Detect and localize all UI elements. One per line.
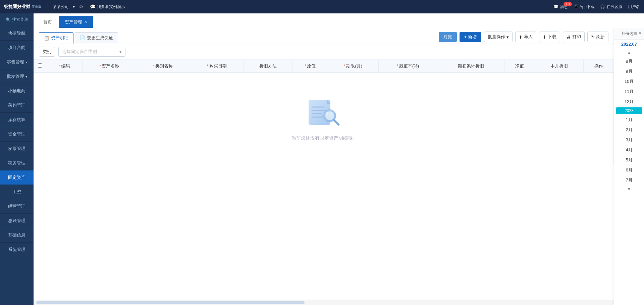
month-down-button[interactable]: ▼ — [614, 185, 644, 193]
voucher-icon: 📄 — [80, 35, 85, 40]
asset-page: 📋 资产明细 📄 变更生成凭证 对账 + 新增 批量操作 ▾ — [34, 28, 614, 305]
refresh-icon: ↻ — [591, 35, 595, 40]
sidebar-item-finance[interactable]: 资金管理 — [0, 127, 34, 142]
message-badge: 99+ — [564, 2, 572, 6]
horizontal-scrollbar[interactable] — [34, 300, 614, 305]
sidebar-item-tax[interactable]: 税务管理 — [0, 156, 34, 170]
topbar-right: 💬 消息 99+ 📱 App下载 🎧 在线客服 用户名 — [553, 4, 640, 10]
svg-line-7 — [334, 120, 339, 125]
table-area: *编码 *资产名称 *类别名称 *购买日期 折旧方法 *原值 *期限(月) *残… — [34, 60, 614, 300]
month-item-12[interactable]: 12月 — [614, 97, 644, 107]
message-icon: 💬 — [553, 4, 558, 9]
settings-icon[interactable]: ⚙ — [79, 4, 83, 9]
company-dropdown-icon[interactable]: ▼ — [72, 5, 76, 9]
sidebar-item-ledger[interactable]: 总账管理 — [0, 214, 34, 228]
download-button[interactable]: ⬇ 下载 — [539, 32, 560, 42]
add-button[interactable]: + 新增 — [460, 32, 481, 42]
month-picker-year[interactable]: 2022.07 — [614, 40, 644, 49]
month-item-2[interactable]: 2月 — [614, 125, 644, 135]
col-depreciation-method: 折旧方法 — [244, 60, 292, 73]
month-picker-panel: ✕ 月份选择 2022.07 ▲ 8月 9月 10月 11月 12月 2023 … — [614, 28, 644, 305]
message-button[interactable]: 💬 消息 99+ — [553, 4, 568, 10]
sidebar-item-quick-nav[interactable]: 快捷导航 — [0, 26, 34, 41]
month-picker-close-icon[interactable]: ✕ — [638, 30, 642, 36]
sidebar-item-operations[interactable]: 经营管理 — [0, 199, 34, 214]
batch-button[interactable]: 批量操作 ▾ — [484, 32, 513, 42]
sidebar: 🔍 搜索菜单 快捷导航 项目合同 零售管理 ▾ 批发管理 ▾ 小畅电商 采购管理… — [0, 13, 34, 305]
month-item-3[interactable]: 3月 — [614, 135, 644, 145]
col-monthly-depreciation: 本月折旧 — [535, 60, 584, 73]
col-purchase-date: *购买日期 — [190, 60, 244, 73]
month-item-10[interactable]: 10月 — [614, 77, 644, 87]
topbar: 畅捷通好业财 专业版 | 某某公司 ▼ ⚙ 💬 我要看实例演示 💬 消息 99+… — [0, 0, 644, 13]
scroll-thumb[interactable] — [36, 301, 305, 304]
sub-tab-voucher[interactable]: 📄 变更生成凭证 — [75, 32, 118, 43]
page-content: 📋 资产明细 📄 变更生成凭证 对账 + 新增 批量操作 ▾ — [34, 28, 644, 305]
app-icon: 📱 — [573, 4, 578, 9]
sidebar-item-wholesale[interactable]: 批发管理 ▾ — [0, 69, 34, 84]
col-original-value: *原值 — [292, 60, 328, 73]
month-item-7[interactable]: 7月 — [614, 175, 644, 185]
app-download-button[interactable]: 📱 App下载 — [573, 4, 595, 10]
search-icon: 🔍 — [6, 17, 11, 22]
sidebar-item-inventory[interactable]: 库存核算 — [0, 113, 34, 127]
month-item-5[interactable]: 5月 — [614, 155, 644, 165]
col-accumulated-depreciation: 期初累计折旧 — [437, 60, 504, 73]
tab-asset[interactable]: 资产管理 ✕ — [59, 16, 93, 28]
col-residual-rate: *残值率(%) — [378, 60, 437, 73]
import-button[interactable]: ⬆ 导入 — [515, 32, 536, 42]
detail-icon: 📋 — [44, 36, 49, 41]
reconcile-button[interactable]: 对账 — [439, 32, 457, 42]
tab-close-icon[interactable]: ✕ — [84, 20, 87, 24]
sidebar-item-system[interactable]: 系统管理 — [0, 243, 34, 257]
company-name: 某某公司 — [53, 4, 69, 10]
user-name[interactable]: 用户名 — [628, 4, 640, 10]
month-item-6[interactable]: 6月 — [614, 165, 644, 175]
empty-illustration — [304, 96, 344, 130]
content-area: 首页 资产管理 ✕ 📋 资产明细 📄 变更生成凭证 — [34, 13, 644, 305]
month-up-button[interactable]: ▲ — [614, 49, 644, 56]
category-input[interactable]: 选择固定资产类别 ▾ — [58, 47, 125, 57]
sub-tab-detail[interactable]: 📋 资产明细 — [39, 32, 73, 44]
month-item-11[interactable]: 11月 — [614, 87, 644, 97]
service-button[interactable]: 🎧 在线客服 — [600, 4, 623, 10]
table-header-row: *编码 *资产名称 *类别名称 *购买日期 折旧方法 *原值 *期限(月) *残… — [34, 60, 614, 73]
col-name: *资产名称 — [82, 60, 136, 73]
month-item-4[interactable]: 4月 — [614, 145, 644, 155]
print-button[interactable]: 🖨 打印 — [563, 32, 585, 42]
select-all-checkbox[interactable] — [38, 63, 42, 68]
sidebar-item-ecommerce[interactable]: 小畅电商 — [0, 84, 34, 98]
month-item-1[interactable]: 1月 — [614, 115, 644, 125]
year-2023-badge: 2023 — [616, 107, 642, 114]
month-item-9[interactable]: 9月 — [614, 66, 644, 77]
import-icon: ⬆ — [519, 35, 523, 40]
search-menu-item[interactable]: 🔍 搜索菜单 — [0, 13, 34, 26]
sidebar-item-project[interactable]: 项目合同 — [0, 41, 34, 55]
retail-arrow-icon: ▾ — [25, 60, 27, 64]
wholesale-arrow-icon: ▾ — [25, 75, 27, 79]
month-item-8[interactable]: 8月 — [614, 56, 644, 66]
sidebar-item-basic[interactable]: 基础信息 — [0, 228, 34, 243]
empty-row: 当前您还没有固定资产明细哦~ — [34, 73, 614, 165]
download-icon: ⬇ — [543, 35, 546, 40]
col-category: *类别名称 — [136, 60, 190, 73]
category-filter[interactable]: 类别 — [39, 47, 55, 57]
asset-table: *编码 *资产名称 *类别名称 *购买日期 折旧方法 *原值 *期限(月) *残… — [34, 60, 614, 165]
col-code: *编码 — [47, 60, 82, 73]
headset-icon: 🎧 — [600, 4, 605, 9]
col-net-value: 净值 — [504, 60, 535, 73]
sidebar-item-asset[interactable]: 固定资产 — [0, 170, 34, 185]
dropdown-arrow-icon: ▾ — [119, 49, 122, 54]
sidebar-item-payroll[interactable]: 工资 — [0, 185, 34, 199]
print-icon: 🖨 — [567, 35, 571, 40]
demo-link[interactable]: 💬 我要看实例演示 — [90, 4, 125, 10]
svg-point-8 — [326, 112, 328, 114]
empty-state: 当前您还没有固定资产明细哦~ — [36, 76, 611, 161]
refresh-button[interactable]: ↻ 刷新 — [587, 32, 608, 42]
filter-bar: 类别 选择固定资产类别 ▾ — [34, 44, 614, 60]
tab-home[interactable]: 首页 — [38, 16, 58, 28]
sidebar-item-purchase[interactable]: 采购管理 — [0, 98, 34, 113]
sidebar-item-invoice[interactable]: 发票管理 — [0, 142, 34, 156]
sidebar-item-retail[interactable]: 零售管理 ▾ — [0, 55, 34, 69]
col-period: *期限(月) — [328, 60, 378, 73]
